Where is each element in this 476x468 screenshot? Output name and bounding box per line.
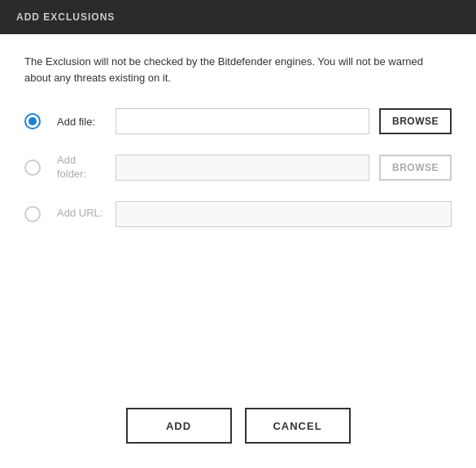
radio-inner-file [28, 117, 37, 125]
add-url-radio[interactable] [24, 206, 41, 222]
radio-outer-folder [24, 160, 41, 176]
add-file-row: Add file: BROWSE [24, 108, 452, 134]
add-folder-label: Addfolder: [57, 154, 106, 182]
radio-outer-url [24, 206, 41, 222]
add-file-label: Add file: [57, 116, 106, 128]
add-url-label: Add URL: [57, 207, 106, 221]
cancel-button[interactable]: CANCEL [245, 408, 351, 444]
add-file-input[interactable] [116, 108, 369, 134]
dialog-footer: ADD CANCEL [0, 391, 476, 468]
add-file-browse-button[interactable]: BROWSE [379, 108, 452, 134]
add-folder-input[interactable] [116, 155, 369, 181]
radio-outer-file [24, 113, 41, 129]
dialog-title: ADD EXCLUSIONS [16, 11, 115, 23]
add-url-row: Add URL: [24, 201, 452, 227]
dialog-content: The Exclusion will not be checked by the… [0, 34, 476, 391]
add-folder-radio[interactable] [24, 160, 41, 176]
add-url-input[interactable] [116, 201, 452, 227]
add-file-radio[interactable] [24, 113, 41, 129]
add-folder-browse-button[interactable]: BROWSE [379, 155, 452, 181]
dialog-header: ADD EXCLUSIONS [0, 0, 476, 34]
add-folder-row: Addfolder: BROWSE [24, 154, 452, 182]
description-text: The Exclusion will not be checked by the… [24, 54, 452, 85]
add-button[interactable]: ADD [126, 408, 232, 444]
